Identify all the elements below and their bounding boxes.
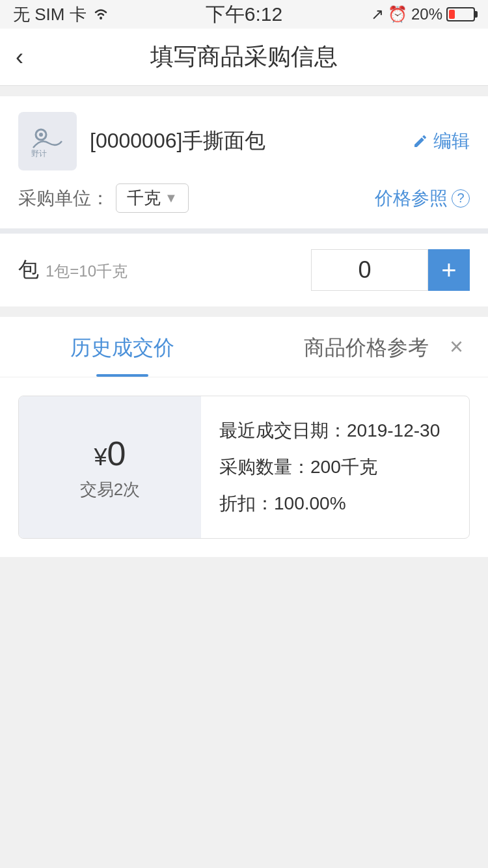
battery-percent: 20% [411, 5, 442, 23]
unit-label: 采购单位： [18, 186, 109, 211]
product-name: [0000006]手撕面包 [90, 127, 265, 156]
recent-date-value: 2019-12-30 [347, 420, 440, 441]
info-icon: ? [452, 189, 470, 208]
tabs-header: 历史成交价 商品价格参考 × [0, 317, 488, 377]
sim-status: 无 SIM 卡 [13, 3, 87, 26]
edit-button[interactable]: 编辑 [413, 129, 470, 154]
svg-text:野计: 野计 [31, 149, 47, 157]
quantity-input[interactable] [311, 249, 428, 291]
product-header: 野计 [0000006]手撕面包 编辑 [18, 112, 470, 170]
separator-1 [0, 228, 488, 234]
product-unit-row: 采购单位： 千克 ▼ 价格参照 ? [18, 183, 470, 213]
history-card: ¥0 交易2次 最近成交日期：2019-12-30 采购数量：200千克 折扣：… [18, 396, 470, 539]
product-card: 野计 [0000006]手撕面包 编辑 采购单位： 千克 ▼ 价格参照 ? [0, 96, 488, 228]
discount-label: 折扣： [219, 493, 274, 513]
product-info: 野计 [0000006]手撕面包 [18, 112, 265, 170]
main-content [0, 557, 488, 868]
svg-point-2 [39, 133, 43, 137]
wifi-icon [92, 5, 110, 25]
status-right: ↗ ⏰ 20% [371, 5, 475, 23]
recent-date-label: 最近成交日期： [219, 420, 347, 441]
purchase-qty-value: 200千克 [310, 457, 377, 477]
back-button[interactable]: ‹ [16, 44, 23, 71]
history-card-left: ¥0 交易2次 [19, 396, 201, 538]
quantity-input-group: + [311, 249, 470, 291]
price-value: 0 [107, 435, 126, 472]
discount-row: 折扣：100.00% [219, 490, 451, 517]
svg-point-0 [100, 17, 102, 20]
battery-icon [446, 7, 475, 21]
location-icon: ↗ [371, 5, 384, 23]
history-content: ¥0 交易2次 最近成交日期：2019-12-30 采购数量：200千克 折扣：… [0, 377, 488, 557]
unit-value: 千克 [127, 187, 161, 210]
discount-value: 100.00% [274, 493, 346, 513]
price-ref-button[interactable]: 价格参照 ? [375, 186, 470, 211]
tab-history-price[interactable]: 历史成交价 [0, 317, 244, 377]
quantity-plus-button[interactable]: + [428, 249, 470, 291]
trade-count: 交易2次 [80, 478, 140, 501]
alarm-icon: ⏰ [388, 5, 407, 23]
status-bar: 无 SIM 卡 下午6:12 ↗ ⏰ 20% [0, 0, 488, 29]
product-image: 野计 [18, 112, 77, 170]
page-title: 填写商品采购信息 [150, 41, 338, 73]
nav-bar: ‹ 填写商品采购信息 [0, 29, 488, 86]
tabs-section: 历史成交价 商品价格参考 × ¥0 交易2次 最近成交日期：2019-12-30… [0, 317, 488, 557]
purchase-qty-label: 采购数量： [219, 457, 310, 477]
tab-close-button[interactable]: × [443, 327, 470, 367]
currency-symbol: ¥ [94, 444, 107, 470]
quantity-label-group: 包 1包=10千克 [18, 256, 128, 284]
recent-date-row: 最近成交日期：2019-12-30 [219, 417, 451, 444]
history-card-right: 最近成交日期：2019-12-30 采购数量：200千克 折扣：100.00% [201, 396, 469, 538]
quantity-unit: 包 [18, 256, 39, 284]
status-left: 无 SIM 卡 [13, 3, 110, 26]
price-ref-label: 价格参照 [375, 186, 448, 211]
quantity-row: 包 1包=10千克 + [0, 234, 488, 306]
unit-select[interactable]: 千克 ▼ [116, 183, 189, 213]
history-price: ¥0 [94, 434, 126, 473]
chevron-down-icon: ▼ [165, 191, 178, 206]
purchase-qty-row: 采购数量：200千克 [219, 454, 451, 481]
quantity-conversion: 1包=10千克 [46, 261, 128, 282]
status-time: 下午6:12 [206, 1, 282, 28]
